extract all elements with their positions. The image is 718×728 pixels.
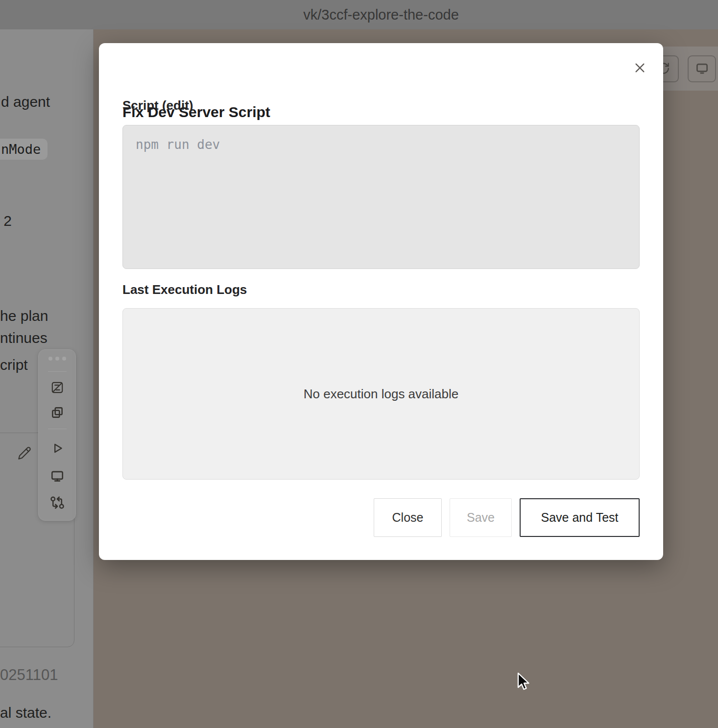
save-and-test-button[interactable]: Save and Test (520, 498, 640, 537)
sidebar-text-fragment: cript (0, 357, 28, 373)
monitor-icon (695, 62, 709, 76)
close-button[interactable]: Close (374, 498, 442, 537)
sidebar-text-fragment: y 2 (0, 213, 12, 229)
toolbar-divider (48, 371, 67, 372)
drag-handle-dots-icon[interactable] (39, 357, 75, 361)
zed-logo-icon[interactable] (50, 380, 65, 395)
window-titlebar: vk/3ccf-explore-the-code (0, 0, 718, 29)
save-button[interactable]: Save (450, 498, 512, 537)
play-icon[interactable] (50, 441, 65, 456)
close-icon[interactable] (631, 59, 648, 76)
logs-field-label: Last Execution Logs (122, 282, 247, 297)
execution-logs-panel: No execution logs available (122, 308, 640, 480)
git-compare-icon[interactable] (50, 495, 65, 510)
app-window: vk/3ccf-explore-the-code d agent nMode y… (0, 0, 718, 728)
script-field-label: Script (edit) (122, 98, 193, 113)
sidebar-text-fragment: al state. (0, 704, 51, 721)
fix-dev-server-script-dialog: Fix Dev Server Script Script (edit) Last… (99, 43, 663, 560)
sidebar-text-fragment: ntinues (0, 330, 48, 346)
sidebar-text-fragment: he plan (0, 308, 48, 324)
logs-empty-message: No execution logs available (304, 387, 459, 402)
sidebar-id-fragment: 0251101 (0, 667, 58, 683)
mode-badge: nMode (0, 139, 48, 160)
script-input[interactable] (122, 125, 640, 269)
sidebar-text-fragment: d agent (1, 94, 50, 110)
toolbar-divider (48, 429, 67, 429)
preview-monitor-button[interactable] (688, 55, 716, 82)
pencil-icon[interactable] (18, 446, 31, 460)
monitor-icon[interactable] (50, 469, 65, 484)
copy-icon[interactable] (50, 405, 65, 420)
window-title: vk/3ccf-explore-the-code (303, 7, 459, 23)
dialog-button-row: Close Save Save and Test (374, 498, 640, 537)
floating-toolbar[interactable] (38, 349, 76, 521)
